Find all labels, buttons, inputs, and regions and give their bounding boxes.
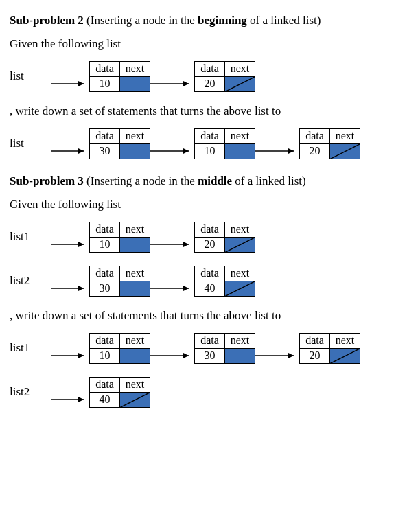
- node-data-label: data: [90, 61, 120, 76]
- subproblem3-transition: , write down a set of statements that tu…: [10, 309, 397, 323]
- sp2-before-diagram: list datanext 10 datanext 20: [10, 60, 397, 92]
- svg-line-16: [225, 238, 255, 253]
- linked-list-node: datanext 10: [89, 222, 150, 253]
- node-next-label: next: [120, 333, 150, 348]
- subproblem2-heading: Sub-problem 2 (Inserting a node in the b…: [10, 14, 397, 27]
- linked-list-node: datanext 40: [194, 266, 255, 297]
- node-next-label: next: [120, 128, 150, 143]
- svg-marker-30: [78, 397, 84, 402]
- subproblem2-title-prefix: Sub-problem 2: [10, 14, 84, 27]
- node-next-label: next: [120, 222, 150, 237]
- node-next-label: next: [120, 61, 150, 76]
- arrow-icon: [48, 332, 89, 364]
- node-data-value: 30: [90, 281, 120, 296]
- subproblem2-transition: , write down a set of statements that tu…: [10, 104, 397, 118]
- list-label: list1: [10, 341, 45, 355]
- subproblem2-title-close: of a linked list): [247, 14, 321, 27]
- node-next-null: [225, 237, 255, 252]
- node-data-label: data: [195, 222, 225, 237]
- node-data-label: data: [195, 128, 225, 143]
- svg-line-11: [330, 144, 360, 159]
- node-data-label: data: [300, 333, 330, 348]
- svg-line-21: [225, 281, 255, 297]
- node-data-label: data: [300, 128, 330, 143]
- node-next-null: [330, 143, 360, 159]
- linked-list-node: datanext 40: [89, 377, 150, 408]
- node-next-label: next: [225, 61, 255, 76]
- node-data-label: data: [90, 333, 120, 348]
- node-data-label: data: [90, 266, 120, 281]
- linked-list-node: datanext 20: [194, 61, 255, 92]
- svg-marker-20: [183, 286, 189, 291]
- svg-marker-1: [78, 81, 84, 86]
- svg-marker-10: [288, 148, 294, 154]
- node-next-label: next: [225, 222, 255, 237]
- node-next-pointer: [225, 348, 255, 363]
- svg-marker-8: [183, 148, 189, 154]
- list-label: list2: [10, 274, 45, 288]
- linked-list-node: datanext 30: [194, 333, 255, 364]
- node-next-label: next: [120, 266, 150, 281]
- node-next-null: [225, 281, 255, 296]
- linked-list-node: datanext 10: [89, 61, 150, 92]
- node-data-value: 30: [90, 143, 120, 159]
- svg-marker-18: [78, 286, 84, 291]
- sp3-before-list1-diagram: list1 datanext 10 datanext 20: [10, 221, 397, 253]
- svg-marker-27: [288, 353, 294, 358]
- arrow-icon: [150, 221, 194, 253]
- subproblem2-title-open: (Inserting a node in the: [84, 14, 198, 27]
- node-data-label: data: [195, 61, 225, 76]
- node-data-label: data: [195, 333, 225, 348]
- node-next-null: [330, 348, 360, 363]
- list-label: list: [10, 137, 45, 150]
- node-data-value: 10: [90, 237, 120, 252]
- node-data-value: 20: [300, 143, 330, 159]
- arrow-icon: [48, 265, 89, 297]
- arrow-icon: [48, 376, 89, 408]
- arrow-icon: [48, 60, 89, 92]
- node-data-value: 10: [90, 348, 120, 363]
- svg-marker-6: [78, 148, 84, 154]
- node-data-label: data: [90, 128, 120, 143]
- sp3-before-list2-diagram: list2 datanext 30 datanext 40: [10, 265, 397, 297]
- sp2-after-diagram: list datanext 30 datanext 10 datanext 20: [10, 128, 397, 159]
- list-label: list: [10, 69, 45, 83]
- node-data-label: data: [195, 266, 225, 281]
- linked-list-node: datanext 20: [194, 222, 255, 253]
- svg-line-4: [225, 77, 255, 92]
- linked-list-node: datanext 20: [299, 128, 360, 159]
- svg-line-28: [330, 349, 360, 364]
- node-next-pointer: [225, 143, 255, 159]
- subproblem3-title-bold: middle: [198, 174, 232, 187]
- node-data-label: data: [90, 377, 120, 392]
- svg-line-31: [120, 393, 150, 408]
- node-next-label: next: [225, 333, 255, 348]
- arrow-icon: [48, 128, 89, 159]
- arrow-icon: [150, 265, 194, 297]
- svg-marker-13: [78, 242, 84, 247]
- svg-marker-25: [183, 353, 189, 358]
- svg-marker-15: [183, 242, 189, 247]
- sp3-after-list1-diagram: list1 datanext 10 datanext 30 datanext 2…: [10, 332, 397, 364]
- arrow-icon: [255, 128, 299, 159]
- node-next-label: next: [120, 377, 150, 392]
- node-next-pointer: [120, 348, 150, 363]
- linked-list-node: datanext 30: [89, 128, 150, 159]
- subproblem3-heading: Sub-problem 3 (Inserting a node in the m…: [10, 174, 397, 188]
- arrow-icon: [150, 60, 194, 92]
- subproblem3-title-open: (Inserting a node in the: [84, 174, 198, 187]
- subproblem2-title-bold: beginning: [198, 14, 247, 27]
- linked-list-node: datanext 30: [89, 266, 150, 297]
- arrow-icon: [48, 221, 89, 253]
- svg-marker-23: [78, 353, 84, 358]
- node-next-label: next: [225, 266, 255, 281]
- node-next-label: next: [330, 128, 360, 143]
- subproblem3-title-prefix: Sub-problem 3: [10, 174, 84, 187]
- subproblem2-given: Given the following list: [10, 37, 397, 51]
- arrow-icon: [150, 332, 194, 364]
- subproblem3-given: Given the following list: [10, 198, 397, 211]
- node-data-value: 40: [195, 281, 225, 296]
- node-next-label: next: [330, 333, 360, 348]
- svg-marker-3: [183, 81, 189, 86]
- node-next-null: [225, 76, 255, 91]
